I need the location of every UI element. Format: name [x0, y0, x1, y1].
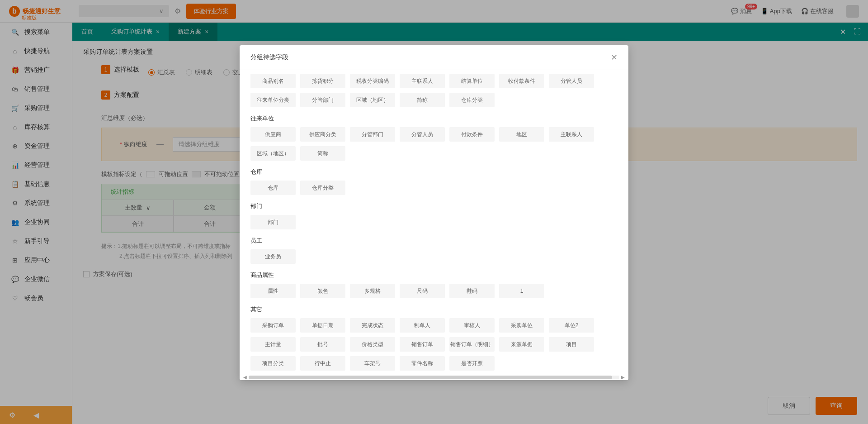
- modal-close-icon[interactable]: ✕: [611, 52, 618, 62]
- field-group-title: 仓库: [250, 168, 618, 176]
- field-item[interactable]: 税收分类编码: [350, 74, 395, 88]
- field-item[interactable]: 分管部门: [300, 93, 345, 107]
- field-item[interactable]: 主联系人: [549, 127, 594, 142]
- field-item[interactable]: 仓库分类: [300, 181, 345, 195]
- modal-hscrollbar[interactable]: ◀ ▶: [240, 374, 628, 380]
- field-item[interactable]: 仓库分类: [449, 93, 495, 107]
- field-item[interactable]: 简称: [300, 146, 345, 161]
- field-item[interactable]: 行中止: [300, 356, 345, 371]
- field-item[interactable]: 销售订单: [400, 337, 445, 352]
- field-group-title: 员工: [250, 237, 618, 245]
- modal-header: 分组待选字段 ✕: [240, 45, 628, 70]
- field-item[interactable]: 往来单位分类: [250, 93, 296, 107]
- field-item[interactable]: 地区: [499, 127, 544, 142]
- field-item[interactable]: 鞋码: [449, 284, 495, 298]
- field-item[interactable]: 商品别名: [250, 74, 296, 88]
- field-item[interactable]: 车架号: [350, 356, 395, 371]
- field-item[interactable]: 零件名称: [400, 356, 445, 371]
- hscroll-right-arrow[interactable]: ▶: [621, 375, 625, 380]
- field-item[interactable]: 简称: [400, 93, 445, 107]
- field-item[interactable]: 是否开票: [449, 356, 495, 371]
- field-item[interactable]: 采购单位: [499, 318, 544, 333]
- field-group-title: 其它: [250, 305, 618, 314]
- field-item[interactable]: 来源单据: [499, 337, 544, 352]
- field-item[interactable]: 单位2: [549, 318, 594, 333]
- field-item[interactable]: 1: [499, 284, 544, 298]
- field-item[interactable]: 项目: [549, 337, 594, 352]
- field-item[interactable]: 部门: [250, 215, 296, 229]
- field-group-title: 商品属性: [250, 271, 618, 279]
- field-item[interactable]: 结算单位: [449, 74, 495, 88]
- field-item[interactable]: 分管人员: [400, 127, 445, 142]
- field-item[interactable]: 制单人: [400, 318, 445, 333]
- field-item[interactable]: 分管部门: [350, 127, 395, 142]
- field-item[interactable]: 收付款条件: [499, 74, 544, 88]
- field-item[interactable]: 完成状态: [350, 318, 395, 333]
- hscroll-thumb[interactable]: [249, 376, 612, 379]
- field-group-title: 部门: [250, 202, 618, 210]
- field-item[interactable]: 区域（地区）: [250, 146, 296, 161]
- hscroll-track[interactable]: [249, 376, 619, 379]
- field-item[interactable]: 供应商分类: [300, 127, 345, 142]
- field-item[interactable]: 批号: [300, 337, 345, 352]
- field-item[interactable]: 分管人员: [549, 74, 594, 88]
- field-item[interactable]: 采购订单: [250, 318, 296, 333]
- field-item[interactable]: 供应商: [250, 127, 296, 142]
- field-item[interactable]: 属性: [250, 284, 296, 298]
- field-item[interactable]: 颜色: [300, 284, 345, 298]
- field-item[interactable]: 尺码: [400, 284, 445, 298]
- field-item[interactable]: 审核人: [449, 318, 495, 333]
- field-item[interactable]: 付款条件: [449, 127, 495, 142]
- field-item[interactable]: 主计量: [250, 337, 296, 352]
- field-item[interactable]: 主联系人: [400, 74, 445, 88]
- field-selector-modal: 分组待选字段 ✕ 商品别名拣货积分税收分类编码主联系人结算单位收付款条件分管人员…: [240, 45, 628, 380]
- field-item[interactable]: 价格类型: [350, 337, 395, 352]
- field-item[interactable]: 单据日期: [300, 318, 345, 333]
- field-item[interactable]: 多规格: [350, 284, 395, 298]
- hscroll-left-arrow[interactable]: ◀: [243, 375, 247, 380]
- field-item[interactable]: 销售订单（明细）: [449, 337, 495, 352]
- field-item[interactable]: 项目分类: [250, 356, 296, 371]
- modal-body[interactable]: 商品别名拣货积分税收分类编码主联系人结算单位收付款条件分管人员 往来单位分类分管…: [240, 70, 628, 374]
- modal-title: 分组待选字段: [250, 53, 288, 62]
- field-item[interactable]: 区域（地区）: [350, 93, 395, 107]
- field-group-title: 往来单位: [250, 114, 618, 123]
- field-item[interactable]: 拣货积分: [300, 74, 345, 88]
- field-item[interactable]: 业务员: [250, 249, 296, 264]
- field-item[interactable]: 仓库: [250, 181, 296, 195]
